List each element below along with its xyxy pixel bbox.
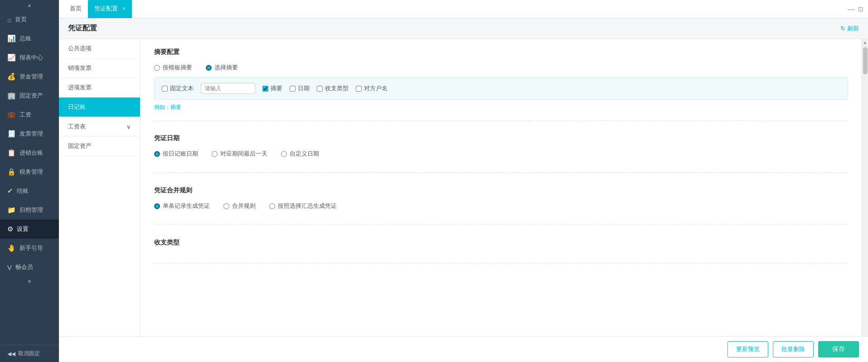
sidebar-item-funds[interactable]: 💰 资金管理: [0, 67, 59, 86]
checkbox-summary-label: 摘要: [271, 84, 282, 93]
radio-journal-date[interactable]: 按日记账日期: [154, 150, 198, 158]
checkbox-date-input[interactable]: [290, 86, 296, 92]
nav-item-payroll-arrow: ∨: [126, 123, 131, 130]
radio-single-label: 单条记录生成凭证: [163, 202, 210, 210]
sidebar-item-salary[interactable]: 💼 工资: [0, 105, 59, 124]
nav-item-public-label: 公共选项: [68, 44, 92, 53]
salary-icon: 💼: [7, 111, 16, 119]
checkbox-income-type-label: 收支类型: [325, 84, 349, 93]
tab-home-label: 首页: [70, 5, 82, 13]
scroll-up-arrow[interactable]: ▲: [862, 39, 868, 45]
sidebar-item-label: 工资: [19, 111, 31, 119]
far-right-scrollbar[interactable]: ▲: [862, 39, 868, 336]
member-icon: V: [7, 264, 12, 271]
funds-icon: 💰: [7, 73, 16, 81]
sidebar-item-member[interactable]: V 畅会员: [0, 258, 59, 277]
radio-custom-date-label: 自定义日期: [290, 150, 319, 158]
merge-section: 凭证合并规则 单条记录生成凭证 合并规则 按照选择汇总生成凭证: [154, 186, 848, 225]
scroll-thumb[interactable]: [863, 47, 868, 74]
example-value: 摘要: [170, 104, 181, 110]
content-wrapper: 公共选项 销项发票 进项发票 日记账 工资表 ∨ 固定资产: [59, 39, 868, 336]
save-button[interactable]: 保存: [818, 341, 859, 357]
sidebar-item-closing[interactable]: ✔ 结账: [0, 181, 59, 201]
tab-bar-actions: — ⊡: [848, 5, 863, 13]
radio-select-merge-input[interactable]: [269, 203, 275, 209]
nav-item-sales-invoice[interactable]: 销项发票: [59, 59, 140, 78]
checkbox-fixed-text-input[interactable]: [162, 86, 168, 92]
radio-select-merge-label: 按照选择汇总生成凭证: [278, 202, 337, 210]
radio-select[interactable]: 选择摘要: [206, 64, 238, 72]
nav-item-journal[interactable]: 日记账: [59, 98, 140, 117]
checkbox-counterpart[interactable]: 对方户名: [356, 84, 388, 93]
checkbox-date-label: 日期: [298, 84, 310, 93]
nav-item-purchase-invoice[interactable]: 进项发票: [59, 78, 140, 98]
sidebar-item-label: 固定资产: [19, 92, 43, 100]
sidebar-item-invoice-mgmt[interactable]: 🧾 发票管理: [0, 124, 59, 143]
sidebar-item-sales-ledger[interactable]: 📋 进销台账: [0, 143, 59, 162]
sidebar-item-label: 新手引导: [19, 244, 43, 252]
nav-item-payroll[interactable]: 工资表 ∨: [59, 117, 140, 137]
checkbox-date[interactable]: 日期: [290, 84, 310, 93]
radio-last-day[interactable]: 对应期间最后一天: [212, 150, 267, 158]
nav-item-fixed-assets-label: 固定资产: [68, 142, 92, 150]
sidebar-item-reports[interactable]: 📈 报表中心: [0, 48, 59, 67]
checkbox-summary[interactable]: 摘要: [262, 84, 282, 93]
radio-template[interactable]: 按模板摘要: [154, 64, 192, 72]
minimize-button[interactable]: —: [848, 5, 854, 13]
archive-icon: 📁: [7, 206, 16, 214]
radio-custom-date[interactable]: 自定义日期: [281, 150, 319, 158]
sidebar-scroll-down[interactable]: ▼: [0, 277, 59, 287]
fixed-text-input[interactable]: [201, 83, 255, 94]
batch-delete-button[interactable]: 批量删除: [773, 341, 814, 357]
summary-section-title: 摘要配置: [154, 48, 848, 56]
maximize-button[interactable]: ⊡: [858, 5, 863, 13]
checkbox-summary-input[interactable]: [262, 86, 268, 92]
radio-merge-rule-label: 合并规则: [232, 202, 256, 210]
nav-item-payroll-label: 工资表: [68, 122, 86, 131]
radio-select-input[interactable]: [206, 65, 212, 71]
radio-merge-rule[interactable]: 合并规则: [223, 202, 256, 210]
checkbox-row: 固定文本 摘要 日期 收支类型: [154, 77, 848, 100]
nav-item-fixed-assets[interactable]: 固定资产: [59, 137, 140, 156]
radio-template-input[interactable]: [154, 65, 160, 71]
tab-voucher-config[interactable]: 凭证配置 ×: [88, 0, 132, 18]
checkbox-fixed-text[interactable]: 固定文本: [162, 84, 194, 93]
refresh-button[interactable]: ↻ 刷新: [840, 24, 859, 33]
unpin-icon: ◀◀: [7, 351, 15, 357]
checkbox-income-type[interactable]: 收支类型: [317, 84, 349, 93]
checkbox-counterpart-input[interactable]: [356, 86, 362, 92]
radio-last-day-label: 对应期间最后一天: [220, 150, 267, 158]
tab-voucher-config-label: 凭证配置: [94, 5, 118, 13]
tab-close-icon[interactable]: ×: [122, 5, 126, 12]
radio-custom-date-input[interactable]: [281, 151, 287, 157]
radio-journal-date-input[interactable]: [154, 151, 160, 157]
date-section-title: 凭证日期: [154, 134, 848, 142]
checkbox-income-type-input[interactable]: [317, 86, 323, 92]
summary-section: 摘要配置 按模板摘要 选择摘要: [154, 48, 848, 121]
nav-item-public[interactable]: 公共选项: [59, 39, 140, 59]
refresh-label: 刷新: [847, 24, 859, 33]
sidebar-item-ledger[interactable]: 📊 总账: [0, 29, 59, 48]
sidebar-item-guide[interactable]: 🤚 新手引导: [0, 239, 59, 258]
radio-last-day-input[interactable]: [212, 151, 218, 157]
sidebar-item-home[interactable]: ⌂ 首页: [0, 10, 59, 29]
refresh-icon: ↻: [840, 25, 845, 32]
sidebar-item-label: 发票管理: [19, 130, 43, 138]
sidebar-item-tax[interactable]: 🔒 税务管理: [0, 162, 59, 181]
sidebar-item-archive[interactable]: 📁 归档管理: [0, 201, 59, 220]
update-preview-button[interactable]: 更新预览: [727, 341, 768, 357]
sidebar-item-settings[interactable]: ⚙ 设置: [0, 220, 59, 239]
tab-home[interactable]: 首页: [63, 0, 88, 18]
sidebar-scroll-up[interactable]: ▲: [0, 0, 59, 10]
sidebar-unpin-button[interactable]: ◀◀ 取消固定: [0, 345, 59, 362]
right-content: 摘要配置 按模板摘要 选择摘要: [141, 39, 862, 336]
radio-single[interactable]: 单条记录生成凭证: [154, 202, 210, 210]
radio-single-input[interactable]: [154, 203, 160, 209]
page-content: 凭证配置 ↻ 刷新 公共选项 销项发票 进项发票 日记账: [59, 18, 868, 362]
radio-select-merge[interactable]: 按照选择汇总生成凭证: [269, 202, 337, 210]
sidebar-item-label: 报表中心: [19, 54, 43, 62]
sales-ledger-icon: 📋: [7, 149, 16, 157]
sidebar-item-label: 结账: [17, 187, 29, 195]
sidebar-item-assets[interactable]: 🏢 固定资产: [0, 86, 59, 105]
radio-merge-rule-input[interactable]: [223, 203, 229, 209]
